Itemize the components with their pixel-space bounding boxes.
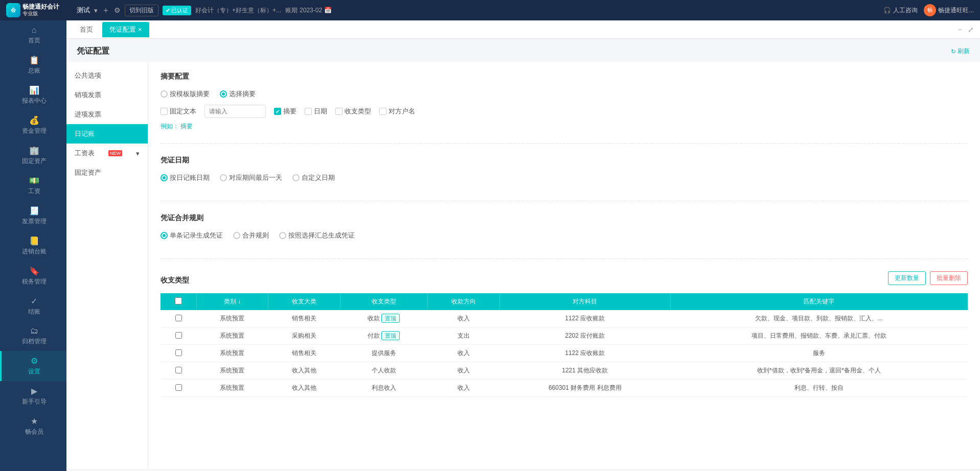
radio-journal-date-circle	[161, 174, 168, 181]
cell-sub-3: 个人收款	[340, 362, 427, 380]
checkbox-income-type[interactable]: 收支类型	[335, 107, 371, 116]
table-row: 系统预置 销售相关 收款 置顶 收入 1122 应收账款 欠款、现金、项目款、到…	[161, 310, 968, 327]
tab-voucher-config[interactable]: 凭证配置 ×	[102, 22, 149, 37]
dropdown-arrow-icon[interactable]: ▾	[94, 7, 98, 14]
top-tag-0[interactable]: 置顶	[381, 314, 400, 323]
sidebar-label-salary: 工资	[28, 187, 40, 196]
radio-select-total[interactable]: 按照选择汇总生成凭证	[279, 231, 355, 240]
radio-custom-date[interactable]: 自定义日期	[292, 173, 335, 182]
user-menu[interactable]: 畅 畅捷通旺旺...	[924, 4, 974, 16]
tab-home[interactable]: 首页	[73, 22, 100, 37]
cell-sub-0: 收款 置顶	[340, 310, 427, 327]
sidebar-item-archive[interactable]: 🗂 归档管理	[0, 321, 66, 351]
row-checkbox-0[interactable]	[175, 315, 182, 321]
check-all-checkbox[interactable]	[175, 297, 182, 304]
sidebar-item-member[interactable]: ★ 畅会员	[0, 411, 66, 441]
fixed-text-input[interactable]	[204, 105, 266, 118]
radio-custom-date-circle	[292, 174, 300, 181]
nav-item-purchase-invoice[interactable]: 进项发票	[66, 105, 148, 124]
sidebar-label-closing: 结账	[28, 308, 40, 316]
expand-icon: ▾	[136, 150, 140, 157]
funds-icon: 💰	[29, 115, 39, 125]
company-name: 测试	[77, 6, 90, 15]
cell-keywords-1: 项目、日常费用、报销款、车费、承兑汇票、付款	[670, 327, 968, 345]
cell-account-3: 1221 其他应收款	[500, 362, 670, 380]
cell-category-2: 系统预置	[197, 345, 268, 362]
cell-category-1: 系统预置	[197, 327, 268, 345]
update-button[interactable]: 更新数量	[888, 271, 926, 285]
cell-keywords-4: 利息、行转、按自	[670, 380, 968, 397]
table-row: 系统预置 收入其他 个人收款 收入 1221 其他应收款 收到*借款，收到*备用…	[161, 362, 968, 380]
calendar-icon[interactable]: 📅	[324, 7, 332, 14]
sidebar-item-funds[interactable]: 💰 资金管理	[0, 110, 66, 140]
radio-single[interactable]: 单条记录生成凭证	[161, 231, 223, 240]
logo: 会 畅捷通好会计 专业版	[6, 3, 73, 17]
tab-bar-right: － ⤢	[956, 25, 974, 34]
sidebar-label-trade: 进销台账	[22, 247, 47, 256]
cell-major-1: 采购相关	[268, 327, 340, 345]
sidebar-item-settings[interactable]: ⚙ 设置	[0, 351, 66, 381]
income-expense-title: 收支类型	[161, 276, 189, 285]
summary-label: 摘要	[283, 107, 297, 116]
sidebar-item-home[interactable]: ⌂ 首页	[0, 20, 66, 50]
main-layout: ⌂ 首页 📋 总账 📊 报表中心 💰 资金管理 🏢 固定资产 💵 工资 🧾 发票…	[0, 20, 980, 471]
top-tag-1[interactable]: 置顶	[381, 331, 400, 340]
nav-item-fixed-assets[interactable]: 固定资产	[66, 163, 148, 182]
batch-delete-button[interactable]: 批量删除	[930, 271, 968, 285]
radio-template[interactable]: 按模板版摘要	[161, 89, 210, 99]
checkbox-fixed-text[interactable]: 固定文本	[161, 107, 196, 116]
salary-icon: 💵	[29, 176, 39, 185]
logo-sub: 专业版	[22, 10, 59, 17]
tab-close-icon[interactable]: ×	[138, 26, 142, 33]
row-checkbox-1[interactable]	[175, 332, 182, 339]
cell-account-2: 1122 应收账款	[500, 345, 670, 362]
row-checkbox-3[interactable]	[175, 367, 182, 373]
radio-select[interactable]: 选择摘要	[220, 89, 256, 99]
maximize-button[interactable]: ⤢	[968, 26, 974, 34]
radio-merge-rule[interactable]: 合并规则	[233, 231, 269, 240]
th-account: 对方科目	[500, 293, 670, 310]
radio-period-last[interactable]: 对应期间最后一天	[220, 173, 282, 182]
cell-dir-0: 收入	[427, 310, 499, 327]
voucher-date-radio-group: 按日记账日期 对应期间最后一天 自定义日期	[161, 173, 968, 182]
page-content: 凭证配置 ↻ 刷新 公共选项 销项发票 进项发票	[66, 39, 980, 471]
th-category[interactable]: 类别 ↓	[197, 293, 268, 310]
settings-icon[interactable]: ⚙	[114, 6, 121, 14]
cell-category-0: 系统预置	[197, 310, 268, 327]
sidebar-item-closing[interactable]: ✓ 结账	[0, 291, 66, 321]
sidebar-item-salary[interactable]: 💵 工资	[0, 171, 66, 201]
cell-dir-4: 收入	[427, 380, 499, 397]
add-icon[interactable]: ＋	[102, 5, 110, 16]
example-value: 摘要	[180, 123, 193, 130]
sidebar-item-tax[interactable]: 🔖 税务管理	[0, 261, 66, 291]
row-checkbox-2[interactable]	[175, 349, 182, 356]
row-checkbox-4[interactable]	[175, 384, 182, 391]
nav-label-purchase-invoice: 进项发票	[75, 110, 101, 119]
sidebar-item-reports[interactable]: 📊 报表中心	[0, 80, 66, 110]
switch-version-button[interactable]: 切到旧版	[125, 5, 158, 16]
sidebar-item-trade[interactable]: 📒 进销台账	[0, 231, 66, 261]
sidebar-item-assets[interactable]: 🏢 固定资产	[0, 140, 66, 171]
radio-journal-date[interactable]: 按日记账日期	[161, 173, 210, 182]
cell-major-2: 销售相关	[268, 345, 340, 362]
nav-item-sales-invoice[interactable]: 销项发票	[66, 85, 148, 105]
minimize-button[interactable]: －	[956, 25, 964, 34]
sidebar-item-invoice[interactable]: 🧾 发票管理	[0, 201, 66, 231]
sidebar-item-guide[interactable]: ▶ 新手引导	[0, 381, 66, 411]
table-header-row: 类别 ↓ 收支大类 收支类型 收款方向 对方科目 匹配关键字	[161, 293, 968, 310]
nav-item-journal[interactable]: 日记账	[66, 124, 148, 144]
checkbox-counterparty[interactable]: 对方户名	[379, 107, 415, 116]
service-button[interactable]: 🎧 人工咨询	[883, 6, 918, 15]
cell-major-3: 收入其他	[268, 362, 340, 380]
cell-keywords-0: 欠款、现金、项目款、到款、报销款、汇入、...	[670, 310, 968, 327]
cell-sub-4: 利息收入	[340, 380, 427, 397]
checkbox-row: 固定文本 ✔ 摘要 日期	[161, 105, 968, 118]
radio-template-circle	[161, 90, 168, 98]
nav-item-public[interactable]: 公共选项	[66, 66, 148, 85]
tab-voucher-label: 凭证配置	[109, 25, 136, 34]
nav-item-payroll[interactable]: 工资表 NEW ▾	[66, 144, 148, 163]
refresh-button[interactable]: ↻ 刷新	[951, 47, 970, 56]
checkbox-date[interactable]: 日期	[305, 107, 327, 116]
sidebar-item-ledger[interactable]: 📋 总账	[0, 50, 66, 80]
checkbox-summary[interactable]: ✔ 摘要	[274, 107, 297, 116]
